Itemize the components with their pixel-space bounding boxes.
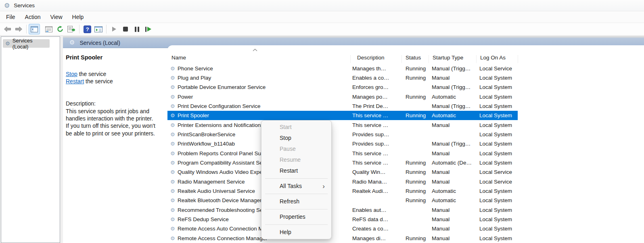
stop-service-button[interactable]	[120, 24, 131, 34]
context-menu-item-label: Pause	[280, 146, 296, 152]
service-log-on-as-cell: Local System	[479, 84, 512, 90]
pause-service-button[interactable]	[131, 24, 142, 34]
help-button[interactable]: ?	[82, 24, 93, 34]
table-row[interactable]: ⚙Printer Extensions and NotificationsThi…	[167, 120, 518, 129]
show-console-tree-button[interactable]	[29, 24, 40, 34]
export-list-button[interactable]	[66, 24, 77, 34]
table-row[interactable]: ⚙Plug and PlayEnables a co…RunningManual…	[167, 73, 518, 82]
title-bar: ⚙ Services	[0, 0, 644, 11]
table-row[interactable]: ⚙Remote Access Connection ManagerManages…	[167, 233, 518, 243]
menu-file[interactable]: File	[5, 13, 16, 21]
service-gear-icon: ⚙	[170, 113, 175, 118]
services-window: { "window": { "title": "Services" }, "me…	[0, 0, 644, 243]
menu-action[interactable]: Action	[24, 13, 42, 21]
service-log-on-as-cell: Local System	[479, 216, 512, 222]
menu-help[interactable]: Help	[71, 13, 85, 21]
context-menu-item-restart[interactable]: Restart	[261, 165, 331, 176]
table-row[interactable]: ⚙Radio Management ServiceRadio Mana…Runn…	[167, 177, 518, 186]
column-header-name[interactable]: Name	[171, 55, 186, 61]
column-header-status[interactable]: Status	[406, 55, 421, 61]
context-menu-item-label: Restart	[280, 167, 298, 174]
show-action-pane-button[interactable]	[93, 24, 104, 34]
start-service-button[interactable]	[109, 24, 120, 34]
service-gear-icon: ⚙	[170, 188, 175, 193]
service-description-text: This service spools print jobs and handl…	[66, 108, 155, 137]
service-name-cell: Printer Extensions and Notifications	[178, 122, 263, 128]
service-description-cell: This service …	[352, 122, 388, 128]
tree-item-services-local[interactable]: ⚙ Services (Local)	[3, 39, 50, 48]
pause-icon	[135, 27, 139, 32]
service-startup-type-cell: Automatic	[432, 112, 456, 118]
back-icon	[4, 26, 11, 32]
forward-button[interactable]	[13, 24, 24, 34]
service-log-on-as-cell: Local System	[479, 207, 512, 213]
service-name-cell: Program Compatibility Assistant Service	[178, 159, 274, 165]
column-divider[interactable]	[429, 55, 429, 63]
properties-button[interactable]	[43, 24, 54, 34]
table-row[interactable]: ⚙Print Device Configuration ServiceThe P…	[167, 101, 518, 110]
service-status-cell: Running	[406, 65, 426, 71]
table-row[interactable]: ⚙Phone ServiceManages th…RunningManual (…	[167, 63, 518, 73]
service-log-on-as-cell: Local System	[479, 93, 512, 99]
service-startup-type-cell: Manual	[432, 178, 450, 184]
table-row[interactable]: ⚙Realtek Audio Universal ServiceRealtek …	[167, 186, 518, 195]
service-startup-type-cell: Manual	[432, 150, 450, 156]
column-divider[interactable]	[350, 55, 351, 63]
service-gear-icon: ⚙	[170, 131, 175, 137]
stop-service-link[interactable]: Stop	[66, 71, 77, 77]
context-menu-item-all-tasks[interactable]: All Tasks›	[261, 181, 331, 192]
banner-gear-icon: ⚙	[69, 40, 75, 46]
context-menu-item-properties[interactable]: Properties	[261, 211, 331, 222]
services-node-icon: ⚙	[5, 41, 10, 46]
menu-view[interactable]: View	[49, 13, 63, 21]
restart-service-link[interactable]: Restart	[66, 78, 84, 85]
context-menu-item-label: Start	[280, 124, 292, 130]
context-menu-item-stop[interactable]: Stop	[261, 133, 331, 144]
context-menu-item-refresh[interactable]: Refresh	[261, 196, 331, 207]
column-header-startup-type[interactable]: Startup Type	[433, 55, 463, 61]
service-status-cell: Running	[406, 112, 426, 118]
column-header-log-on-as[interactable]: Log On As	[480, 55, 506, 61]
context-menu-separator	[265, 224, 328, 225]
back-button[interactable]	[2, 24, 13, 34]
service-startup-type-cell: Automatic	[432, 197, 456, 203]
service-description-cell: This service …	[352, 159, 388, 165]
table-row[interactable]: ⚙Realtek Bluetooth Device Manager Servic…	[167, 196, 518, 205]
restart-service-button[interactable]	[142, 24, 154, 34]
service-name-cell: Problem Reports Control Panel Support	[178, 150, 274, 156]
table-row[interactable]: ⚙Print SpoolerThis service …RunningAutom…	[167, 111, 518, 120]
table-row[interactable]: ⚙Recommended Troubleshooting ServiceEnab…	[167, 205, 518, 214]
refresh-button[interactable]	[54, 24, 66, 34]
table-row[interactable]: ⚙ReFS Dedup ServiceReFS data d…ManualLoc…	[167, 214, 518, 224]
service-startup-type-cell: Manual	[432, 235, 450, 241]
menu-bar: File Action View Help	[0, 11, 644, 23]
service-description-cell: Radio Mana…	[352, 178, 387, 184]
service-status-cell: Running	[406, 188, 426, 194]
start-icon	[112, 27, 116, 32]
context-menu-item-help[interactable]: Help	[261, 227, 331, 238]
table-row[interactable]: ⚙Program Compatibility Assistant Service…	[167, 158, 518, 167]
console-tree-panel: ⚙ Services (Local)	[1, 36, 60, 243]
table-row[interactable]: ⚙PowerManages po…RunningAutomaticLocal S…	[167, 92, 518, 101]
column-header-description[interactable]: Description	[357, 55, 385, 61]
column-divider[interactable]	[518, 55, 518, 63]
table-row[interactable]: ⚙Problem Reports Control Panel SupportTh…	[167, 148, 518, 158]
service-description-cell: Realtek Audi…	[352, 188, 388, 194]
service-name-cell: Radio Management Service	[178, 178, 245, 184]
context-menu-item-label: Properties	[280, 213, 305, 220]
service-gear-icon: ⚙	[170, 122, 175, 127]
column-divider[interactable]	[401, 55, 402, 63]
service-description-cell: Enables a co…	[352, 74, 389, 80]
service-log-on-as-cell: Local System	[479, 197, 512, 203]
service-gear-icon: ⚙	[170, 198, 175, 203]
service-gear-icon: ⚙	[170, 150, 175, 156]
table-row[interactable]: ⚙Remote Access Auto Connection ManagerCr…	[167, 224, 518, 233]
table-row[interactable]: ⚙PrintScanBrokerServiceProvides sup…Loca…	[167, 129, 518, 139]
column-divider[interactable]	[476, 55, 477, 63]
service-log-on-as-cell: Local System	[479, 112, 512, 118]
table-row[interactable]: ⚙PrintWorkflow_b1140abProvides sup…Manua…	[167, 139, 518, 148]
table-row[interactable]: ⚙Portable Device Enumerator ServiceEnfor…	[167, 82, 518, 92]
table-row[interactable]: ⚙Quality Windows Audio Video ExperienceQ…	[167, 167, 518, 177]
toolbar-separator	[26, 25, 27, 34]
service-description-cell: Manages di…	[352, 235, 386, 241]
